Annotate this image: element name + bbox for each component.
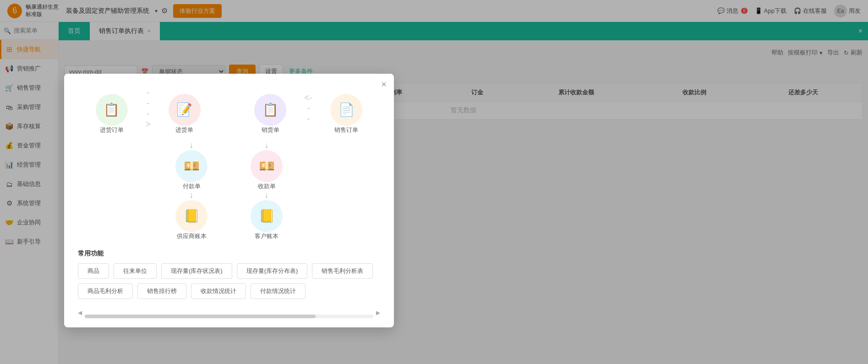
customer-ledger-icon: 📒	[259, 208, 275, 223]
payment-bill-label: 付款单	[183, 182, 201, 190]
sales-bill-circle[interactable]: 📋	[254, 94, 286, 126]
flow-col-sales-order: 📄 销售订单	[312, 94, 380, 134]
supplier-ledger-label: 供应商账本	[177, 232, 207, 240]
common-btn-stock-dist[interactable]: 现存量(库存分布表)	[237, 263, 308, 279]
receipt-bill-icon: 💴	[259, 158, 275, 174]
flow-col-sales-bill: 📋 销货单	[237, 94, 304, 134]
common-btn-goods[interactable]: 商品	[78, 263, 109, 279]
purchase-order-label: 进货订单	[100, 126, 124, 134]
supplier-ledger-circle[interactable]: 📒	[175, 200, 207, 232]
receipt-bill-label: 收款单	[258, 182, 276, 190]
common-btn-units[interactable]: 往来单位	[114, 263, 157, 279]
flow-col-purchase-bill: 📝 进货单	[151, 94, 218, 134]
flow-col-customer-ledger: 📒 客户账本	[238, 200, 295, 240]
supplier-ledger-icon: 📒	[184, 208, 200, 223]
sales-order-circle[interactable]: 📄	[330, 94, 362, 126]
purchase-order-icon: 📋	[104, 102, 120, 117]
common-functions: 常用功能 商品 往来单位 现存量(库存状况表) 现存量(库存分布表) 销售毛利分…	[78, 250, 380, 299]
common-btn-stock-status[interactable]: 现存量(库存状况表)	[161, 263, 232, 279]
sales-bill-label: 销货单	[262, 126, 279, 134]
payment-bill-circle[interactable]: 💴	[175, 150, 207, 182]
popup-close-btn[interactable]: ×	[381, 79, 387, 90]
sales-order-label: 销售订单	[334, 126, 358, 134]
flow-col-purchase-order: 📋 进货订单	[78, 94, 145, 134]
scroll-left-arrow[interactable]: ◀	[78, 310, 82, 316]
purchase-bill-icon: 📝	[176, 102, 192, 117]
flow-col-receipt-bill: 💴 收款单	[238, 150, 295, 190]
purchase-order-circle[interactable]: 📋	[96, 94, 128, 126]
arrow-left-1: <- - -	[304, 92, 312, 135]
sales-order-icon: 📄	[338, 102, 355, 117]
purchase-bill-label: 进货单	[175, 126, 193, 134]
scrollbar-thumb[interactable]	[85, 315, 316, 318]
receipt-bill-circle[interactable]: 💴	[251, 150, 283, 182]
common-btn-sales-rank[interactable]: 销售排行榜	[137, 283, 186, 299]
common-btn-goods-gross[interactable]: 商品毛利分析	[78, 283, 133, 299]
common-functions-title: 常用功能	[78, 250, 380, 258]
customer-ledger-label: 客户账本	[255, 232, 278, 240]
payment-bill-icon: 💴	[184, 158, 200, 174]
common-btn-payment-stats[interactable]: 付款情况统计	[251, 283, 306, 299]
common-btns: 商品 往来单位 现存量(库存状况表) 现存量(库存分布表) 销售毛利分析表 商品…	[78, 263, 380, 299]
flow-col-supplier-ledger: 📒 供应商账本	[163, 200, 220, 240]
popup-overlay[interactable]: × 📋 进货订单 - - -> 📝 进货单	[0, 0, 868, 364]
popup: × 📋 进货订单 - - -> 📝 进货单	[64, 74, 394, 327]
sales-bill-icon: 📋	[262, 102, 278, 117]
common-btn-receipt-stats[interactable]: 收款情况统计	[191, 283, 246, 299]
purchase-bill-circle[interactable]: 📝	[169, 94, 201, 126]
scroll-right-arrow[interactable]: ▶	[376, 310, 380, 316]
common-btn-sales-gross[interactable]: 销售毛利分析表	[312, 263, 373, 279]
flow-chart: 📋 进货订单 - - -> 📝 进货单	[78, 87, 380, 240]
arrow-right-1: - - ->	[145, 87, 151, 141]
customer-ledger-circle[interactable]: 📒	[251, 200, 283, 232]
flow-col-payment-bill: 💴 付款单	[163, 150, 220, 190]
